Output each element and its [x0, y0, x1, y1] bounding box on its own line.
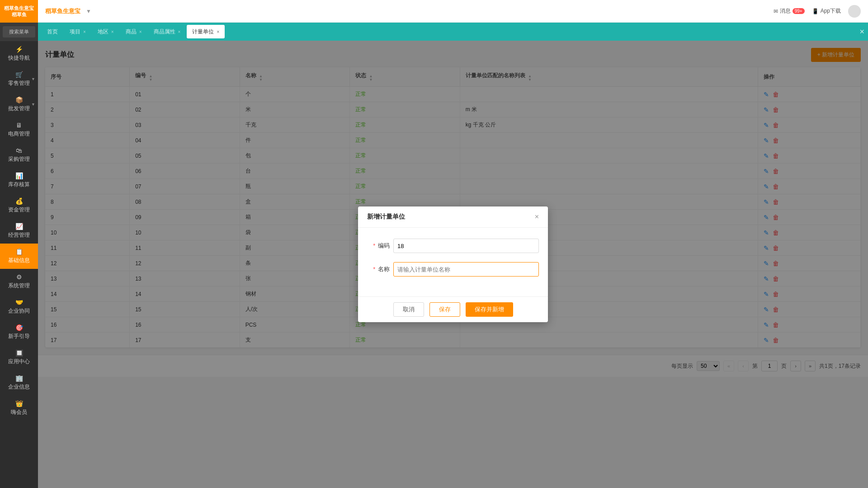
- name-label: * 名称: [367, 265, 390, 273]
- sidebar-item-finance[interactable]: 💰 资金管理: [0, 193, 38, 218]
- sidebar-item-label: 采购管理: [8, 155, 30, 163]
- sidebar-item-wholesale[interactable]: 📦 批发管理 ▼: [0, 92, 38, 117]
- retail-icon: 🛒: [15, 71, 23, 78]
- sidebar-item-label: 系统管理: [8, 282, 30, 290]
- member-icon: 👑: [15, 400, 23, 407]
- close-all-tabs-button[interactable]: ×: [859, 27, 864, 37]
- tab-unit[interactable]: 计量单位 ×: [187, 25, 225, 38]
- partner-icon: 🤝: [15, 299, 23, 306]
- topbar-right: ✉ 消息 99+ 📱 App下载: [774, 5, 861, 18]
- code-input[interactable]: [393, 239, 539, 253]
- sidebar-item-app-center[interactable]: 🔲 应用中心: [0, 345, 38, 370]
- sidebar-item-partner[interactable]: 🤝 企业协同: [0, 294, 38, 319]
- modal-header: 新增计量单位 ×: [358, 206, 548, 228]
- sidebar-item-label: 资金管理: [8, 206, 30, 214]
- message-button[interactable]: ✉ 消息 99+: [774, 7, 805, 15]
- sidebar-item-stock[interactable]: 📊 库存核算: [0, 168, 38, 193]
- code-label: * 编码: [367, 242, 390, 250]
- tab-home-label: 首页: [47, 28, 58, 36]
- sidebar-item-retail[interactable]: 🛒 零售管理 ▼: [0, 66, 38, 92]
- operation-icon: 📈: [15, 223, 23, 230]
- quick-nav-icon: ⚡: [15, 46, 23, 53]
- tab-product-attr[interactable]: 商品属性 ×: [148, 25, 186, 38]
- sidebar-item-label: 基础信息: [8, 257, 30, 264]
- tab-project-close[interactable]: ×: [83, 29, 86, 34]
- system-icon: ⚙: [16, 273, 22, 281]
- sidebar-item-operation[interactable]: 📈 经营管理: [0, 218, 38, 244]
- tab-product[interactable]: 商品 ×: [120, 25, 147, 38]
- purchase-icon: 🛍: [16, 147, 22, 154]
- search-menu-button[interactable]: 搜索菜单: [3, 26, 35, 38]
- wholesale-icon: 📦: [15, 96, 23, 103]
- tabs-bar: 首页 项目 × 地区 × 商品 × 商品属性 × 计量单位 × ×: [38, 23, 868, 41]
- company-icon: 🏢: [15, 375, 23, 382]
- required-mark: *: [373, 242, 375, 249]
- app-download-label: App下载: [821, 7, 841, 15]
- tab-product-attr-label: 商品属性: [154, 28, 175, 36]
- sidebar: 稻草鱼生意宝稻草鱼 搜索菜单 ⚡ 快捷导航 🛒 零售管理 ▼ 📦 批发管理 ▼ …: [0, 0, 38, 488]
- app-download-button[interactable]: 📱 App下载: [812, 7, 841, 15]
- topbar-left: 稻草鱼生意宝 ▼: [45, 7, 91, 15]
- tab-home[interactable]: 首页: [42, 25, 63, 38]
- sidebar-item-label: 批发管理: [8, 105, 30, 113]
- sidebar-logo: 稻草鱼生意宝稻草鱼: [0, 0, 38, 23]
- form-row-name: * 名称: [367, 262, 539, 277]
- sidebar-item-system[interactable]: ⚙ 系统管理: [0, 269, 38, 294]
- newbie-icon: 🎯: [15, 324, 23, 331]
- message-icon: ✉: [774, 8, 778, 14]
- sidebar-item-label: 新手引导: [8, 333, 30, 340]
- message-badge: 99+: [793, 8, 805, 14]
- tab-project[interactable]: 项目 ×: [64, 25, 91, 38]
- sidebar-item-label: 电商管理: [8, 130, 30, 138]
- sidebar-item-label: 经营管理: [8, 231, 30, 239]
- tab-unit-close[interactable]: ×: [217, 29, 219, 34]
- download-icon: 📱: [812, 8, 819, 14]
- topbar: 稻草鱼生意宝 ▼ ✉ 消息 99+ 📱 App下载: [38, 0, 868, 23]
- sidebar-item-member[interactable]: 👑 嗨会员: [0, 395, 38, 421]
- chevron-down-icon: ▼: [31, 102, 35, 107]
- basic-icon: 📋: [15, 248, 23, 255]
- modal-overlay: 新增计量单位 × * 编码 * 名称: [38, 41, 868, 488]
- save-button[interactable]: 保存: [429, 302, 460, 317]
- sidebar-search-area: 搜索菜单: [0, 23, 38, 41]
- required-mark: *: [373, 266, 375, 272]
- main-area: 稻草鱼生意宝 ▼ ✉ 消息 99+ 📱 App下载 首页 项目 × 地区 ×: [38, 0, 868, 488]
- name-label-text: 名称: [378, 266, 390, 272]
- tab-project-label: 项目: [70, 28, 80, 36]
- message-label: 消息: [780, 7, 791, 15]
- sidebar-item-label: 库存核算: [8, 181, 30, 188]
- sidebar-item-quick-nav[interactable]: ⚡ 快捷导航: [0, 41, 38, 66]
- page-content: 计量单位 + 新增计量单位 序号 编号 ▲▼ 名称 ▲▼: [38, 41, 868, 488]
- tab-product-close[interactable]: ×: [139, 29, 142, 34]
- sidebar-item-label: 企业信息: [8, 383, 30, 391]
- sidebar-item-label: 应用中心: [8, 358, 30, 366]
- sidebar-item-newbie[interactable]: 🎯 新手引导: [0, 319, 38, 345]
- tab-product-attr-close[interactable]: ×: [178, 29, 181, 34]
- modal-title: 新增计量单位: [367, 213, 405, 221]
- app-center-icon: 🔲: [15, 349, 23, 357]
- user-avatar[interactable]: [848, 5, 861, 18]
- sidebar-item-purchase[interactable]: 🛍 采购管理: [0, 142, 38, 168]
- logo-text: 稻草鱼生意宝稻草鱼: [4, 5, 34, 18]
- add-unit-modal: 新增计量单位 × * 编码 * 名称: [358, 206, 548, 322]
- form-row-code: * 编码: [367, 239, 539, 253]
- topbar-collapse-arrow[interactable]: ▼: [86, 8, 91, 14]
- tab-product-label: 商品: [126, 28, 137, 36]
- sidebar-item-label: 零售管理: [8, 80, 30, 87]
- sidebar-item-ecommerce[interactable]: 🖥 电商管理: [0, 117, 38, 142]
- tab-unit-label: 计量单位: [192, 28, 214, 36]
- modal-close-button[interactable]: ×: [535, 213, 539, 221]
- modal-footer: 取消 保存 保存并新增: [358, 296, 548, 322]
- topbar-logo: 稻草鱼生意宝: [45, 7, 80, 15]
- cancel-button[interactable]: 取消: [393, 302, 424, 317]
- tab-region[interactable]: 地区 ×: [92, 25, 119, 38]
- ecommerce-icon: 🖥: [16, 122, 22, 129]
- tab-region-close[interactable]: ×: [111, 29, 114, 34]
- stock-icon: 📊: [15, 172, 23, 179]
- sidebar-item-label: 企业协同: [8, 307, 30, 315]
- chevron-down-icon: ▼: [31, 77, 35, 81]
- name-input[interactable]: [393, 262, 539, 277]
- sidebar-item-basic[interactable]: 📋 基础信息: [0, 244, 38, 269]
- sidebar-item-company[interactable]: 🏢 企业信息: [0, 370, 38, 395]
- save-and-new-button[interactable]: 保存并新增: [466, 302, 513, 317]
